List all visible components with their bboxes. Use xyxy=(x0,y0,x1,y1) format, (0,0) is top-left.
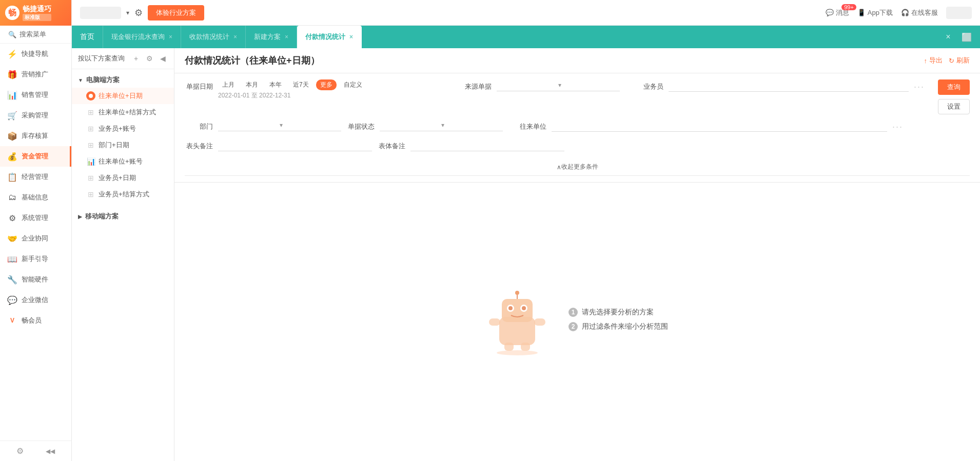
voucher-filter-select[interactable]: ▾ xyxy=(380,119,503,131)
sidebar-item-basic[interactable]: 🗂 基础信息 xyxy=(0,187,71,208)
empty-tips-list: 1 请先选择要分析的方案 2 用过滤条件来缩小分析范围 xyxy=(569,308,668,336)
collapse-label: 收起更多条件 xyxy=(561,163,598,171)
sidebar-item-system[interactable]: ⚙ 系统管理 xyxy=(0,208,71,228)
svg-point-0 xyxy=(89,94,93,98)
plan-item-unit-settle[interactable]: ⊞ 往来单位+结算方式 xyxy=(72,104,174,121)
trial-button[interactable]: 体验行业方案 xyxy=(148,5,204,21)
pc-plan-section: ▼ 电脑端方案 往来单位+日期 ⊞ 往来单位+结算方式 ⊞ 业务员+账号 xyxy=(72,69,174,206)
sidebar-item-label: 库存核算 xyxy=(22,131,48,141)
sidebar-item-enterprise[interactable]: 🤝 企业协同 xyxy=(0,228,71,249)
sidebar-item-operation[interactable]: 📋 经营管理 xyxy=(0,167,71,187)
app-label: App下载 xyxy=(868,8,893,17)
refresh-action[interactable]: ↻ 刷新 xyxy=(949,56,970,65)
plan-add-icon[interactable]: + xyxy=(131,53,141,64)
mobile-plan-section-title[interactable]: ▶ 移动端方案 xyxy=(72,209,174,224)
tab-bank-label: 现金银行流水查询 xyxy=(111,32,165,42)
message-badge: 99+ xyxy=(841,4,856,10)
settings-button[interactable]: 设置 xyxy=(938,99,970,114)
tab-close-all-icon[interactable]: × xyxy=(941,30,955,44)
message-button[interactable]: 💬 消息 99+ xyxy=(826,8,849,17)
sidebar-item-purchase[interactable]: 🛒 采购管理 xyxy=(0,105,71,126)
tab-receipt[interactable]: 收款情况统计 × xyxy=(181,26,246,48)
date-btn-last-month[interactable]: 上月 xyxy=(218,79,239,90)
sidebar-search[interactable]: 🔍 搜索菜单 xyxy=(0,26,71,44)
plan-item-staff-settle[interactable]: ⊞ 业务员+结算方式 xyxy=(72,186,174,203)
service-button[interactable]: 🎧 在线客服 xyxy=(901,8,938,17)
empty-tip-1: 1 请先选择要分析的方案 xyxy=(569,308,668,317)
sidebar-item-inventory[interactable]: 📦 库存核算 xyxy=(0,126,71,146)
sidebar-item-finance[interactable]: 💰 资金管理 xyxy=(0,146,71,167)
date-btn-7days[interactable]: 近7天 xyxy=(289,79,313,90)
dept-filter-select[interactable]: ▾ xyxy=(218,119,341,131)
sidebar-item-quick-nav[interactable]: ⚡ 快捷导航 xyxy=(0,44,71,64)
date-btn-custom[interactable]: 自定义 xyxy=(340,79,366,90)
tab-receipt-close[interactable]: × xyxy=(233,33,237,41)
sidebar-item-sales[interactable]: 📊 销售管理 xyxy=(0,85,71,105)
sales-icon: 📊 xyxy=(7,90,17,100)
tab-payment-close[interactable]: × xyxy=(349,33,353,41)
plan-item-staff-date[interactable]: ⊞ 业务员+日期 xyxy=(72,170,174,186)
plan-item-dept-date[interactable]: ⊞ 部门+日期 xyxy=(72,137,174,153)
topbar: ▾ ⚙ 体验行业方案 💬 消息 99+ 📱 App下载 🎧 在线客服 xyxy=(72,0,980,26)
sidebar: 畅 畅捷通巧 标准版 🔍 搜索菜单 ⚡ 快捷导航 🎁 营销推广 📊 销售管理 🛒… xyxy=(0,0,72,461)
export-label: 导出 xyxy=(929,56,943,65)
tab-bank[interactable]: 现金银行流水查询 × xyxy=(103,26,181,48)
query-button[interactable]: 查询 xyxy=(938,79,970,95)
source-select-chevron: ▾ xyxy=(558,82,616,89)
date-btn-more[interactable]: 更多 xyxy=(316,79,337,90)
tab-bank-close[interactable]: × xyxy=(169,33,172,41)
tab-new-plan[interactable]: 新建方案 × xyxy=(246,26,297,48)
empty-tip-2: 2 用过滤条件来缩小分析范围 xyxy=(569,322,668,331)
sidebar-item-marketing[interactable]: 🎁 营销推广 xyxy=(0,64,71,85)
topbar-settings-icon[interactable]: ⚙ xyxy=(134,7,143,18)
left-plan-panel: 按以下方案查询 + ⚙ ◀ ▼ 电脑端方案 往来单位+日期 xyxy=(72,48,174,461)
user-avatar[interactable] xyxy=(946,7,972,19)
active-plan-dot xyxy=(86,91,95,101)
staff-filter-dots[interactable]: ··· xyxy=(914,79,925,94)
unit-filter-input[interactable] xyxy=(552,119,646,131)
tab-bar: 首页 现金银行流水查询 × 收款情况统计 × 新建方案 × 付款情况统计 × ×… xyxy=(72,26,980,48)
sidebar-item-label: 营销推广 xyxy=(22,70,48,79)
sidebar-settings-icon[interactable]: ⚙ xyxy=(16,446,24,456)
tab-payment[interactable]: 付款情况统计 × xyxy=(297,26,362,48)
empty-illustration xyxy=(486,289,548,355)
body-note-input[interactable] xyxy=(410,139,564,151)
quick-nav-icon: ⚡ xyxy=(7,49,17,59)
table-icon: ⊞ xyxy=(86,108,95,117)
sidebar-item-guide[interactable]: 📖 新手引导 xyxy=(0,249,71,269)
plan-item-unit-account[interactable]: 📊 往来单位+账号 xyxy=(72,153,174,170)
date-btn-this-month[interactable]: 本月 xyxy=(242,79,262,90)
sidebar-collapse-icon[interactable]: ◀◀ xyxy=(46,448,55,455)
staff-filter-input[interactable] xyxy=(669,79,763,91)
date-btn-this-year[interactable]: 本年 xyxy=(265,79,286,90)
plan-item-staff-account[interactable]: ⊞ 业务员+账号 xyxy=(72,121,174,137)
pc-plan-section-title[interactable]: ▼ 电脑端方案 xyxy=(72,72,174,88)
chart-icon: 📊 xyxy=(86,157,95,166)
head-note-input[interactable] xyxy=(218,139,372,151)
topbar-right: 💬 消息 99+ 📱 App下载 🎧 在线客服 xyxy=(826,7,972,19)
sidebar-footer: ⚙ ◀◀ xyxy=(0,440,71,461)
plan-collapse-icon[interactable]: ◀ xyxy=(158,53,168,64)
svg-point-6 xyxy=(508,306,513,310)
sidebar-item-hardware[interactable]: 🔧 智能硬件 xyxy=(0,269,71,290)
source-filter-select[interactable]: ▾ xyxy=(497,79,620,91)
export-action[interactable]: ↑ 导出 xyxy=(924,56,943,65)
plan-settings-icon[interactable]: ⚙ xyxy=(144,53,154,64)
unit-filter-dots[interactable]: ··· xyxy=(892,119,903,134)
sidebar-item-wechat[interactable]: 💬 企业微信 xyxy=(0,290,71,310)
sidebar-item-vip[interactable]: V 畅会员 xyxy=(0,310,71,331)
plan-item-unit-date[interactable]: 往来单位+日期 xyxy=(72,88,174,104)
tip-text-1: 请先选择要分析的方案 xyxy=(582,308,654,317)
tab-new-plan-close[interactable]: × xyxy=(285,33,288,41)
tab-maximize-icon[interactable]: ⬜ xyxy=(959,30,974,44)
app-download-button[interactable]: 📱 App下载 xyxy=(857,8,893,17)
message-icon: 💬 xyxy=(826,9,834,16)
topbar-dropdown[interactable]: ▾ xyxy=(126,9,129,16)
refresh-label: 刷新 xyxy=(956,56,970,65)
tab-home[interactable]: 首页 xyxy=(72,26,103,48)
wechat-icon: 💬 xyxy=(7,295,17,305)
voucher-select-chevron: ▾ xyxy=(441,122,499,129)
sidebar-item-label: 快捷导航 xyxy=(22,49,48,58)
collapse-filter-bar[interactable]: ∧ 收起更多条件 xyxy=(185,158,970,176)
logo-icon: 畅 xyxy=(5,6,19,20)
